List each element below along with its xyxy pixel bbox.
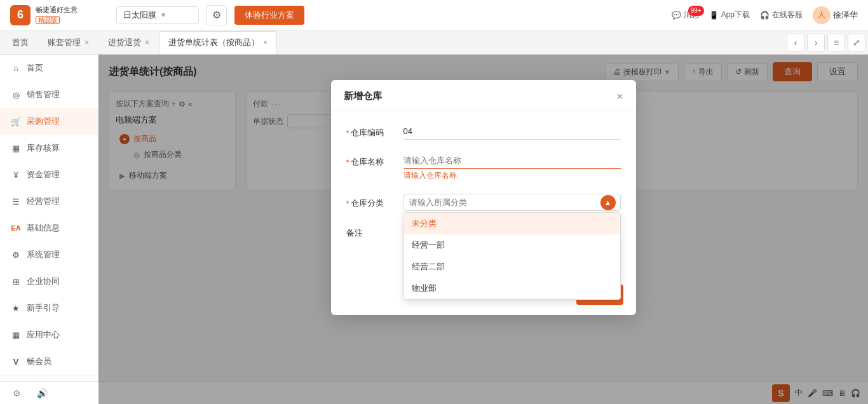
tab-accounts[interactable]: 账套管理 × bbox=[38, 31, 98, 54]
name-input-wrapper: 请输入仓库名称 bbox=[403, 152, 621, 181]
trial-button[interactable]: 体验行业方案 bbox=[234, 6, 304, 25]
bottom-speaker-icon[interactable]: 🔊 bbox=[33, 384, 51, 402]
sidebar-item-vip[interactable]: V 畅会员 bbox=[0, 348, 98, 375]
modal-body: * 仓库编码 * 仓库名称 bbox=[331, 111, 636, 277]
main-content: 进货单统计(按商品) 🖨 按模板打印 ▼ ↑ 导出 ↺ 刷新 查询 设置 bbox=[98, 55, 868, 404]
name-error-message: 请输入仓库名称 bbox=[403, 170, 621, 181]
app-logo: 6 bbox=[10, 5, 31, 25]
tab-bar-actions: ‹ › ≡ ⤢ bbox=[787, 34, 865, 51]
remark-label: 备注 bbox=[346, 224, 403, 239]
code-input[interactable] bbox=[403, 123, 621, 140]
close-accounts-tab[interactable]: × bbox=[85, 38, 89, 47]
category-toggle-button[interactable]: ▲ bbox=[600, 195, 616, 210]
tab-next-button[interactable]: › bbox=[807, 34, 825, 51]
category-dropdown: 未分类 经营一部 经营二部 物业部 bbox=[403, 212, 621, 300]
logo-area: 6 畅捷通好生意 精品版 bbox=[10, 5, 109, 25]
basic-icon: EA bbox=[10, 222, 22, 234]
modal-overlay: 新增仓库 × * 仓库编码 bbox=[98, 55, 868, 404]
logo-text: 畅捷通好生意 精品版 bbox=[36, 5, 78, 25]
main-layout: ⌂ 首页 ◎ 销售管理 🛒 采购管理 ▦ 库存核算 ¥ 资金管理 ☰ 经营管理 … bbox=[0, 55, 868, 404]
form-row-category: * 仓库分类 ▲ 未分类 经营一部 经营二部 物业部 bbox=[346, 194, 621, 211]
modal-title: 新增仓库 bbox=[344, 90, 382, 102]
sidebar-item-appcenter[interactable]: ▦ 应用中心 bbox=[0, 321, 98, 348]
tab-bar: 首页 账套管理 × 进货退货 × 进货单统计表（按商品） × ‹ › ≡ ⤢ bbox=[0, 30, 868, 55]
tab-menu-button[interactable]: ≡ bbox=[827, 34, 845, 51]
sales-icon: ◎ bbox=[10, 89, 22, 100]
phone-icon: 📱 bbox=[709, 11, 719, 20]
modal-header: 新增仓库 × bbox=[331, 80, 636, 111]
message-button[interactable]: 💬 消息 99+ bbox=[672, 10, 699, 20]
category-option-unclassified[interactable]: 未分类 bbox=[404, 213, 620, 234]
user-menu[interactable]: 人 徐泽华 bbox=[813, 6, 858, 24]
category-option-dept2[interactable]: 经营二部 bbox=[404, 256, 620, 278]
sidebar-item-inventory[interactable]: ▦ 库存核算 bbox=[0, 135, 98, 161]
app-download-button[interactable]: 📱 App下载 bbox=[709, 10, 750, 20]
category-label: * 仓库分类 bbox=[346, 194, 403, 209]
operations-icon: ☰ bbox=[10, 196, 22, 207]
tab-fullscreen-button[interactable]: ⤢ bbox=[848, 34, 865, 51]
category-input[interactable] bbox=[403, 194, 621, 211]
avatar: 人 bbox=[813, 6, 831, 24]
sidebar: ⌂ 首页 ◎ 销售管理 🛒 采购管理 ▦ 库存核算 ¥ 资金管理 ☰ 经营管理 … bbox=[0, 55, 98, 404]
newbie-icon: ★ bbox=[10, 302, 22, 314]
home-icon: ⌂ bbox=[10, 62, 22, 74]
sidebar-item-purchase[interactable]: 🛒 采购管理 bbox=[0, 108, 98, 135]
form-row-name: * 仓库名称 请输入仓库名称 bbox=[346, 152, 621, 181]
code-label: * 仓库编码 bbox=[346, 123, 403, 138]
vip-icon: V bbox=[10, 356, 22, 367]
purchase-icon: 🛒 bbox=[10, 116, 22, 127]
sidebar-item-newbie[interactable]: ★ 新手引导 bbox=[0, 295, 98, 321]
sidebar-item-finance[interactable]: ¥ 资金管理 bbox=[0, 161, 98, 188]
sidebar-item-sales[interactable]: ◎ 销售管理 bbox=[0, 81, 98, 108]
top-header: 6 畅捷通好生意 精品版 日太阳膜 ▼ ⚙ 体验行业方案 💬 消息 99+ 📱 … bbox=[0, 0, 868, 30]
store-selector[interactable]: 日太阳膜 ▼ bbox=[116, 6, 199, 24]
headset-icon: 🎧 bbox=[760, 11, 770, 20]
sidebar-item-basic[interactable]: EA 基础信息 bbox=[0, 215, 98, 241]
bottom-left-icons: ⚙ 🔊 bbox=[8, 384, 51, 402]
enterprise-icon: ⊞ bbox=[10, 276, 22, 287]
appcenter-icon: ▦ bbox=[10, 329, 22, 340]
sidebar-item-home[interactable]: ⌂ 首页 bbox=[0, 55, 98, 81]
online-service-button[interactable]: 🎧 在线客服 bbox=[760, 10, 803, 20]
add-warehouse-modal: 新增仓库 × * 仓库编码 bbox=[331, 80, 636, 315]
bottom-settings-icon[interactable]: ⚙ bbox=[8, 384, 25, 402]
name-input[interactable] bbox=[403, 152, 621, 169]
sidebar-item-enterprise[interactable]: ⊞ 企业协同 bbox=[0, 268, 98, 295]
tab-home[interactable]: 首页 bbox=[3, 31, 38, 54]
category-input-wrapper: ▲ 未分类 经营一部 经营二部 物业部 bbox=[403, 194, 621, 211]
close-purchase-return-tab[interactable]: × bbox=[145, 38, 149, 47]
tab-prev-button[interactable]: ‹ bbox=[787, 34, 804, 51]
name-label: * 仓库名称 bbox=[346, 152, 403, 168]
close-purchase-stats-tab[interactable]: × bbox=[263, 38, 268, 47]
sidebar-item-system[interactable]: ⚙ 系统管理 bbox=[0, 241, 98, 268]
modal-close-button[interactable]: × bbox=[616, 91, 623, 102]
form-row-code: * 仓库编码 bbox=[346, 123, 621, 140]
header-right: 💬 消息 99+ 📱 App下载 🎧 在线客服 人 徐泽华 bbox=[672, 6, 858, 24]
sidebar-item-operations[interactable]: ☰ 经营管理 bbox=[0, 188, 98, 215]
tab-purchase-return[interactable]: 进货退货 × bbox=[98, 31, 159, 54]
system-icon: ⚙ bbox=[10, 249, 22, 260]
category-option-dept1[interactable]: 经营一部 bbox=[404, 234, 620, 256]
code-input-wrapper bbox=[403, 123, 621, 140]
gear-button[interactable]: ⚙ bbox=[207, 5, 227, 25]
inventory-icon: ▦ bbox=[10, 142, 22, 154]
tab-purchase-stats[interactable]: 进货单统计表（按商品） × bbox=[159, 31, 277, 54]
finance-icon: ¥ bbox=[10, 169, 22, 180]
gear-icon: ⚙ bbox=[212, 9, 221, 21]
message-icon: 💬 bbox=[672, 11, 681, 20]
store-arrow-icon: ▼ bbox=[160, 11, 166, 18]
category-option-property[interactable]: 物业部 bbox=[404, 278, 620, 299]
